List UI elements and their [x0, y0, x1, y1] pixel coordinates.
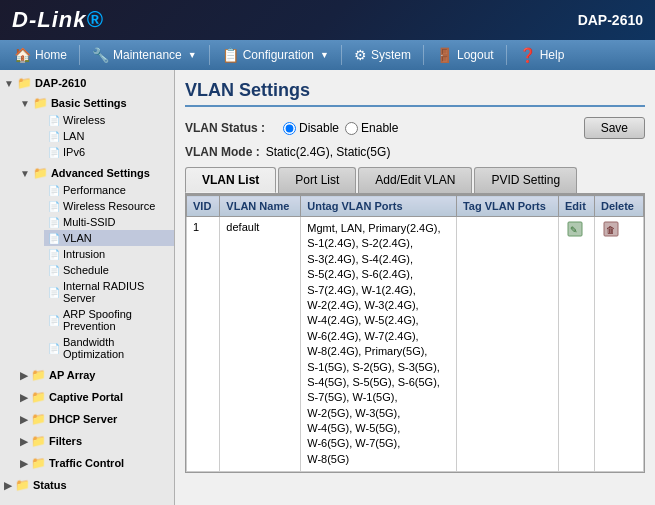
captive-expand-icon: ▶: [20, 392, 28, 403]
vlan-status-disable-radio[interactable]: [283, 122, 296, 135]
captive-folder-icon: 📁: [31, 390, 46, 404]
sidebar-advanced-settings[interactable]: ▼ 📁 Advanced Settings: [16, 164, 174, 182]
sidebar-traffic-label: Traffic Control: [49, 457, 124, 469]
sidebar-group-traffic: ▶ 📁 Traffic Control: [0, 452, 174, 474]
sidebar-multi-ssid-label: Multi-SSID: [63, 216, 116, 228]
dhcp-expand-icon: ▶: [20, 414, 28, 425]
help-icon: ❓: [519, 47, 536, 63]
sidebar-radius-label: Internal RADIUS Server: [63, 280, 170, 304]
sidebar-filters[interactable]: ▶ 📁 Filters: [16, 432, 174, 450]
advanced-expand-icon: ▼: [20, 168, 30, 179]
bandwidth-page-icon: 📄: [48, 343, 60, 354]
tab-add-edit-vlan[interactable]: Add/Edit VLAN: [358, 167, 472, 193]
sidebar-item-wireless-resource[interactable]: 📄 Wireless Resource: [44, 198, 174, 214]
vlan-table-body: 1 default Mgmt, LAN, Primary(2.4G), S-1(…: [187, 217, 644, 472]
sidebar-traffic-control[interactable]: ▶ 📁 Traffic Control: [16, 454, 174, 472]
sidebar-item-vlan[interactable]: 📄 VLAN: [44, 230, 174, 246]
nav-home[interactable]: 🏠 Home: [4, 43, 77, 67]
sidebar-group-advanced: ▼ 📁 Advanced Settings 📄 Performance 📄 Wi…: [0, 162, 174, 364]
th-delete: Delete: [594, 196, 643, 217]
edit-icon[interactable]: ✎: [567, 221, 583, 240]
basic-expand-icon: ▼: [20, 98, 30, 109]
cell-delete: 🗑: [594, 217, 643, 472]
vlan-tabs: VLAN List Port List Add/Edit VLAN PVID S…: [185, 167, 645, 194]
nav-help[interactable]: ❓ Help: [509, 43, 575, 67]
sidebar-item-multi-ssid[interactable]: 📄 Multi-SSID: [44, 214, 174, 230]
vlan-status-enable-label: Enable: [361, 121, 398, 135]
save-button[interactable]: Save: [584, 117, 645, 139]
vlan-table-header: VID VLAN Name Untag VLAN Ports Tag VLAN …: [187, 196, 644, 217]
header: D-Link® DAP-2610: [0, 0, 655, 40]
vlan-status-disable-option[interactable]: Disable: [283, 121, 339, 135]
nav-logout-label: Logout: [457, 48, 494, 62]
sidebar-group-captive: ▶ 📁 Captive Portal: [0, 386, 174, 408]
root-folder-icon: 📁: [17, 76, 32, 90]
sidebar-captive-portal[interactable]: ▶ 📁 Captive Portal: [16, 388, 174, 406]
nav-system-label: System: [371, 48, 411, 62]
sidebar-item-wireless[interactable]: 📄 Wireless: [44, 112, 174, 128]
basic-folder-icon: 📁: [33, 96, 48, 110]
nav-logout[interactable]: 🚪 Logout: [426, 43, 504, 67]
nav-sep-1: [79, 45, 80, 65]
cell-name: default: [220, 217, 301, 472]
sidebar-performance-label: Performance: [63, 184, 126, 196]
sidebar-item-performance[interactable]: 📄 Performance: [44, 182, 174, 198]
sidebar-ap-array[interactable]: ▶ 📁 AP Array: [16, 366, 174, 384]
wireless-resource-page-icon: 📄: [48, 201, 60, 212]
sidebar-captive-label: Captive Portal: [49, 391, 123, 403]
root-expand-icon: ▼: [4, 78, 14, 89]
traffic-folder-icon: 📁: [31, 456, 46, 470]
tab-port-list[interactable]: Port List: [278, 167, 356, 193]
vlan-page-icon: 📄: [48, 233, 60, 244]
status-folder-icon: 📁: [15, 478, 30, 492]
lan-page-icon: 📄: [48, 131, 60, 142]
sidebar-item-schedule[interactable]: 📄 Schedule: [44, 262, 174, 278]
sidebar-wireless-resource-label: Wireless Resource: [63, 200, 155, 212]
sidebar-group-filters: ▶ 📁 Filters: [0, 430, 174, 452]
sidebar-dhcp-label: DHCP Server: [49, 413, 117, 425]
sidebar-schedule-label: Schedule: [63, 264, 109, 276]
sidebar-status-label: Status: [33, 479, 67, 491]
tab-vlan-list[interactable]: VLAN List: [185, 167, 276, 193]
nav-maintenance-label: Maintenance: [113, 48, 182, 62]
nav-configuration[interactable]: 📋 Configuration ▼: [212, 43, 339, 67]
wireless-page-icon: 📄: [48, 115, 60, 126]
tab-add-edit-vlan-label: Add/Edit VLAN: [375, 173, 455, 187]
sidebar-item-intrusion[interactable]: 📄 Intrusion: [44, 246, 174, 262]
home-icon: 🏠: [14, 47, 31, 63]
sidebar-basic-settings[interactable]: ▼ 📁 Basic Settings: [16, 94, 174, 112]
navbar: 🏠 Home 🔧 Maintenance ▼ 📋 Configuration ▼…: [0, 40, 655, 70]
tab-port-list-label: Port List: [295, 173, 339, 187]
sidebar-status[interactable]: ▶ 📁 Status: [0, 476, 174, 494]
tab-vlan-list-label: VLAN List: [202, 173, 259, 187]
sidebar-intrusion-label: Intrusion: [63, 248, 105, 260]
configuration-arrow: ▼: [320, 50, 329, 60]
sidebar-item-lan[interactable]: 📄 LAN: [44, 128, 174, 144]
sidebar-arp-label: ARP Spoofing Prevention: [63, 308, 170, 332]
cell-untag-ports: Mgmt, LAN, Primary(2.4G), S-1(2.4G), S-2…: [301, 217, 457, 472]
sidebar-root[interactable]: ▼ 📁 DAP-2610: [0, 74, 174, 92]
status-expand-icon: ▶: [4, 480, 12, 491]
vlan-table-header-row: VID VLAN Name Untag VLAN Ports Tag VLAN …: [187, 196, 644, 217]
nav-sep-2: [209, 45, 210, 65]
sidebar-item-arp[interactable]: 📄 ARP Spoofing Prevention: [44, 306, 174, 334]
sidebar-item-radius[interactable]: 📄 Internal RADIUS Server: [44, 278, 174, 306]
basic-items: 📄 Wireless 📄 LAN 📄 IPv6: [16, 112, 174, 160]
sidebar-bandwidth-label: Bandwidth Optimization: [63, 336, 170, 360]
delete-icon[interactable]: 🗑: [603, 221, 619, 240]
sidebar-group-basic: ▼ 📁 Basic Settings 📄 Wireless 📄 LAN 📄 IP…: [0, 92, 174, 162]
sidebar-item-ipv6[interactable]: 📄 IPv6: [44, 144, 174, 160]
nav-sep-4: [423, 45, 424, 65]
nav-maintenance[interactable]: 🔧 Maintenance ▼: [82, 43, 207, 67]
vlan-status-enable-option[interactable]: Enable: [345, 121, 398, 135]
filters-folder-icon: 📁: [31, 434, 46, 448]
nav-system[interactable]: ⚙ System: [344, 43, 421, 67]
sidebar-group-status: ▶ 📁 Status: [0, 474, 174, 496]
sidebar-group-ap-array: ▶ 📁 AP Array: [0, 364, 174, 386]
vlan-mode-value: Static(2.4G), Static(5G): [266, 145, 391, 159]
tab-pvid-setting[interactable]: PVID Setting: [474, 167, 577, 193]
sidebar-ipv6-label: IPv6: [63, 146, 85, 158]
sidebar-item-bandwidth[interactable]: 📄 Bandwidth Optimization: [44, 334, 174, 362]
sidebar-dhcp-server[interactable]: ▶ 📁 DHCP Server: [16, 410, 174, 428]
vlan-status-enable-radio[interactable]: [345, 122, 358, 135]
